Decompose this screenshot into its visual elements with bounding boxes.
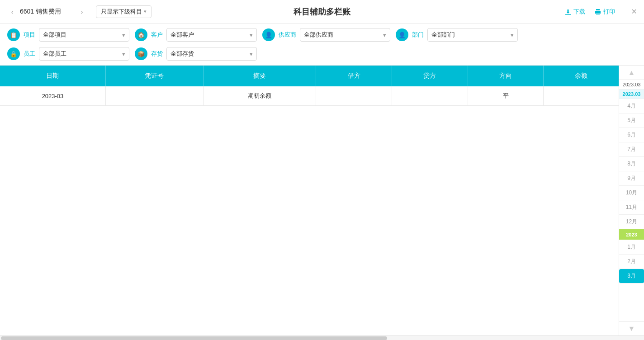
show-sub-accounts-dropdown[interactable]: 只显示下级科目 ▾ xyxy=(96,5,152,18)
chevron-down-icon: ▼ xyxy=(628,325,635,333)
supplier-icon: 👤 xyxy=(262,28,275,41)
filters-area: 📋 项目 全部项目 ▾ 🏠 客户 全部客户 ▾ 👤 供应商 全部供应商 ▾ xyxy=(0,24,644,66)
print-icon xyxy=(594,8,601,15)
timeline-item[interactable]: 11月 xyxy=(619,200,644,215)
show-sub-accounts-label: 只显示下级科目 xyxy=(101,8,142,16)
chevron-down-icon: ▾ xyxy=(122,51,125,57)
table-row: 2023-03期初余额平 xyxy=(0,86,619,106)
col-credit: 贷方 xyxy=(392,66,468,86)
employee-label: 员工 xyxy=(24,50,35,58)
employee-icon: 🔒 xyxy=(7,47,20,60)
horizontal-scrollbar[interactable] xyxy=(0,335,644,340)
cell-balance xyxy=(544,86,619,106)
col-balance: 余额 xyxy=(544,66,619,86)
timeline-up-button[interactable]: ▲ xyxy=(619,66,644,80)
inventory-select[interactable]: 全部存货 ▾ xyxy=(166,47,257,61)
customer-label: 客户 xyxy=(151,31,163,39)
project-select[interactable]: 全部项目 ▾ xyxy=(39,28,129,42)
timeline-item[interactable]: 8月 xyxy=(619,157,644,171)
supplier-label: 供应商 xyxy=(279,31,296,39)
filter-group-customer: 🏠 客户 全部客户 ▾ xyxy=(135,28,257,42)
prev-account-btn[interactable]: ‹ xyxy=(7,7,17,17)
filter-group-employee: 🔒 员工 全部员工 ▾ xyxy=(7,47,129,61)
timeline-item[interactable]: 2023 xyxy=(619,229,644,240)
col-voucher: 凭证号 xyxy=(105,66,203,86)
timeline-item[interactable]: 12月 xyxy=(619,215,644,229)
chevron-up-icon: ▲ xyxy=(628,69,635,77)
customer-select[interactable]: 全部客户 ▾ xyxy=(166,28,257,42)
table-header-row: 日期 凭证号 摘要 借方 贷方 方向 余额 xyxy=(0,66,619,86)
account-code: 6601 销售费用 xyxy=(20,8,74,16)
chevron-down-icon: ▾ xyxy=(383,32,386,38)
department-label: 部门 xyxy=(412,31,424,39)
download-button[interactable]: 下载 xyxy=(564,8,585,16)
employee-select[interactable]: 全部员工 ▾ xyxy=(39,47,129,61)
main-window: ‹ 6601 销售费用 › 只显示下级科目 ▾ 科目辅助多栏账 下载 xyxy=(0,0,644,340)
timeline-header-selected[interactable]: 2023.03 xyxy=(619,90,644,99)
chevron-down-icon: ▾ xyxy=(250,32,253,38)
filter-group-inventory: 📦 存货 全部存货 ▾ xyxy=(135,47,257,61)
cell-direction: 平 xyxy=(468,86,544,106)
col-summary: 摘要 xyxy=(203,66,316,86)
download-icon xyxy=(564,8,572,15)
filter-group-department: 👤 部门 全部部门 ▾ xyxy=(396,28,518,42)
table-container: 日期 凭证号 摘要 借方 贷方 方向 余额 2023-03期初余额平 xyxy=(0,66,619,335)
page-title: 科目辅助多栏账 xyxy=(294,6,350,17)
toolbar-right: 下载 打印 × xyxy=(564,6,637,17)
department-icon: 👤 xyxy=(396,28,408,41)
filter-group-supplier: 👤 供应商 全部供应商 ▾ xyxy=(262,28,390,42)
close-button[interactable]: × xyxy=(631,6,637,17)
timeline-item[interactable]: 5月 xyxy=(619,113,644,128)
timeline-list: 2023.03 2023.03 4月5月6月7月8月9月10月11月12月202… xyxy=(619,80,644,321)
chevron-down-icon: ▾ xyxy=(250,51,253,57)
chevron-down-icon: ▾ xyxy=(122,32,125,38)
timeline-item[interactable]: 9月 xyxy=(619,171,644,186)
next-account-btn[interactable]: › xyxy=(77,7,87,17)
cell-credit xyxy=(392,86,468,106)
timeline-item[interactable]: 10月 xyxy=(619,186,644,200)
timeline-item[interactable]: 4月 xyxy=(619,99,644,113)
col-direction: 方向 xyxy=(468,66,544,86)
svg-rect-0 xyxy=(565,14,571,15)
nav-area: ‹ 6601 销售费用 › xyxy=(7,7,87,17)
scrollbar-thumb[interactable] xyxy=(1,336,387,340)
timeline-item[interactable]: 6月 xyxy=(619,128,644,142)
timeline-header-top[interactable]: 2023.03 xyxy=(619,80,644,90)
title-bar: ‹ 6601 销售费用 › 只显示下级科目 ▾ 科目辅助多栏账 下载 xyxy=(0,0,644,24)
timeline-down-button[interactable]: ▼ xyxy=(619,321,644,335)
cell-summary: 期初余额 xyxy=(203,86,316,106)
department-select[interactable]: 全部部门 ▾ xyxy=(427,28,518,42)
chevron-down-icon: ▾ xyxy=(511,32,514,38)
chevron-down-icon: ▾ xyxy=(144,9,147,14)
project-label: 项目 xyxy=(24,31,35,39)
timeline-item[interactable]: 3月 xyxy=(619,269,644,283)
timeline-item[interactable]: 1月 xyxy=(619,240,644,255)
ledger-table: 日期 凭证号 摘要 借方 贷方 方向 余额 2023-03期初余额平 xyxy=(0,66,619,106)
project-icon: 📋 xyxy=(7,28,20,41)
cell-voucher xyxy=(105,86,203,106)
filter-group-project: 📋 项目 全部项目 ▾ xyxy=(7,28,129,42)
customer-icon: 🏠 xyxy=(135,28,147,41)
cell-debit xyxy=(316,86,392,106)
timeline-sidebar: ▲ 2023.03 2023.03 4月5月6月7月8月9月10月11月12月2… xyxy=(619,66,644,335)
inventory-label: 存货 xyxy=(151,50,163,58)
supplier-select[interactable]: 全部供应商 ▾ xyxy=(300,28,390,42)
col-date: 日期 xyxy=(0,66,105,86)
cell-date: 2023-03 xyxy=(0,86,105,106)
col-debit: 借方 xyxy=(316,66,392,86)
print-button[interactable]: 打印 xyxy=(594,8,615,16)
inventory-icon: 📦 xyxy=(135,47,147,60)
timeline-item[interactable]: 2月 xyxy=(619,255,644,269)
timeline-item[interactable]: 7月 xyxy=(619,142,644,157)
